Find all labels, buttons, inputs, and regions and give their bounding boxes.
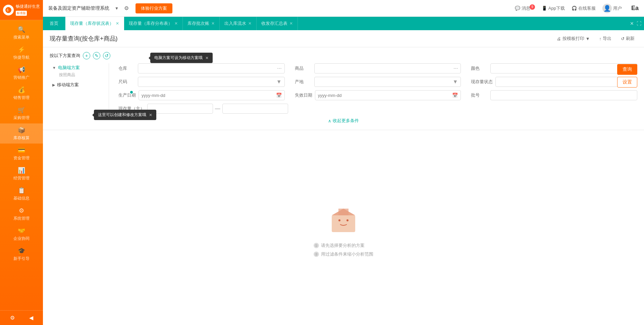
inventory-icon: 📦	[18, 126, 25, 134]
tooltip-1-close[interactable]: ✕	[205, 56, 209, 60]
sidebar-item-label: 企业协同	[13, 236, 30, 241]
color-select[interactable]: ▼	[490, 63, 637, 73]
filter-edit-btn[interactable]: ✎	[93, 52, 100, 59]
batch-label: 批号	[471, 92, 488, 98]
sidebar-item-marketing[interactable]: 📢 营销推广	[0, 63, 43, 83]
sidebar-item-label: 基础信息	[13, 196, 30, 201]
print-dropdown-icon: ▼	[586, 36, 590, 41]
logo-icon: 6	[3, 5, 14, 15]
empty-tips: ① 请先选择要分析的方案 ② 用过滤条件来缩小分析范围	[314, 241, 373, 259]
batch-input[interactable]	[490, 90, 637, 100]
tooltip-2-close[interactable]: ✕	[149, 113, 152, 117]
scheme-arrow-mobile: ▶	[52, 83, 55, 87]
svg-rect-2	[332, 215, 355, 232]
origin-select[interactable]: ▼	[314, 77, 461, 87]
sidebar-item-basic[interactable]: 📋 基础信息	[0, 184, 43, 204]
filter-refresh-btn[interactable]: ↺	[103, 52, 110, 59]
empty-tip-2: ② 用过滤条件来缩小分析范围	[314, 250, 373, 259]
chevron-down-icon: ▼	[115, 6, 119, 11]
experience-btn[interactable]: 体验行业方案	[136, 3, 172, 13]
produce-date-calendar-icon[interactable]: 📅	[276, 93, 282, 98]
sidebar-item-quick-nav[interactable]: ⚡ 快捷导航	[0, 43, 43, 63]
tab-collect-send[interactable]: 收发存汇总表 ✕	[257, 17, 298, 30]
online-support-btn[interactable]: 🎧 在线客服	[572, 5, 596, 11]
tab-inout-flow[interactable]: 出入库流水 ✕	[220, 17, 257, 30]
stock-amount-min[interactable]	[147, 104, 213, 114]
sidebar-item-guide[interactable]: 🎓 新手引导	[0, 244, 43, 264]
stock-amount-range: —	[147, 104, 288, 114]
print-btn[interactable]: 🖨 按模板打印 ▼	[554, 34, 593, 43]
sidebar-item-label: 搜索菜单	[13, 35, 30, 40]
scheme-item-pc[interactable]: ▼ 电脑端方案	[52, 63, 99, 72]
sidebar-item-system[interactable]: ⚙ 系统管理	[0, 204, 43, 224]
tab-batch-ledger-close[interactable]: ✕	[211, 21, 215, 26]
messages-label: 消息	[522, 5, 530, 11]
tab-home[interactable]: 首页	[43, 17, 65, 30]
collapse-sidebar-icon[interactable]: ◀	[29, 315, 33, 321]
stock-amount-max[interactable]	[222, 104, 288, 114]
goods-input[interactable]: ···	[314, 63, 461, 73]
scheme-tree: ▼ 电脑端方案 按照商品 ▶ 移动端方案	[52, 63, 99, 115]
expire-date-input[interactable]: 📅	[315, 90, 461, 100]
expire-date-field[interactable]	[318, 93, 451, 98]
settings-bottom-icon[interactable]: ⚙	[10, 315, 15, 321]
tabbar-close-icon[interactable]: ✕	[630, 21, 634, 26]
scheme-label-pc: 电脑端方案	[58, 65, 80, 71]
tab-inventory-dist[interactable]: 现存量（库存分布表） ✕	[124, 17, 183, 30]
sidebar-item-operations[interactable]: 📊 经营管理	[0, 164, 43, 184]
tabbar-expand-icon[interactable]: ⛶	[637, 21, 641, 26]
sidebar-item-inventory[interactable]: 📦 库存核算	[0, 123, 43, 144]
stock-status-select[interactable]: ▼	[495, 77, 637, 87]
sidebar-item-finance[interactable]: 💳 资金管理	[0, 144, 43, 164]
sidebar-item-label: 资金管理	[13, 155, 30, 161]
tab-inventory-status-label: 现存量（库存状况表）	[70, 20, 114, 26]
refresh-label: 刷新	[626, 36, 635, 42]
produce-date-field[interactable]	[142, 93, 275, 98]
empty-tip-2-text: 用过滤条件来缩小分析范围	[321, 250, 373, 259]
tab-inout-flow-close[interactable]: ✕	[248, 21, 252, 26]
size-select[interactable]: ▼	[138, 77, 285, 87]
messages-btn[interactable]: 💬 消息 9	[515, 5, 535, 11]
app-download-btn[interactable]: 📱 App下载	[542, 5, 565, 11]
refresh-btn[interactable]: ↺ 刷新	[618, 34, 637, 43]
tab-batch-ledger[interactable]: 库存批次账 ✕	[183, 17, 220, 30]
sidebar-item-search-menu[interactable]: 🔍 搜索菜单	[0, 23, 43, 43]
sidebar-bottom: ⚙ ◀	[0, 310, 43, 325]
edit-icon: ✎	[95, 53, 99, 58]
ea-text: Ea	[631, 5, 639, 12]
tab-inventory-status[interactable]: 现存量（库存状况表） ✕	[65, 17, 124, 30]
expire-date-calendar-icon[interactable]: 📅	[452, 93, 458, 98]
system-dropdown[interactable]: ▼	[115, 6, 119, 11]
export-icon: ↑	[599, 36, 602, 41]
search-menu-icon: 🔍	[18, 26, 25, 33]
enterprise-icon: 🤝	[18, 227, 25, 234]
tabbar-actions: ✕ ⛶	[630, 21, 644, 26]
main-content: 装备及固定资产辅助管理系统 ▼ ⚙ 体验行业方案 💬 消息 9 📱 App下载 …	[43, 0, 644, 325]
export-btn[interactable]: ↑ 导出	[597, 34, 614, 43]
tab-collect-send-close[interactable]: ✕	[289, 21, 293, 26]
warehouse-label: 仓库	[118, 65, 135, 71]
query-btn[interactable]: 查询	[617, 64, 637, 75]
reset-btn[interactable]: 设置	[617, 77, 637, 88]
tip-num-1: ①	[314, 243, 319, 248]
sidebar-item-label: 营销推广	[13, 75, 30, 80]
dot-indicator-1	[129, 90, 133, 94]
sidebar-item-sales[interactable]: 💰 销售管理	[0, 83, 43, 103]
sidebar-item-enterprise[interactable]: 🤝 企业协同	[0, 224, 43, 244]
scheme-item-mobile[interactable]: ▶ 移动端方案	[52, 80, 99, 89]
svg-rect-4	[338, 209, 348, 215]
topbar-settings-icon[interactable]: ⚙	[124, 5, 129, 11]
filter-row-origin: 产地 ▼	[295, 77, 461, 87]
tab-inventory-status-close[interactable]: ✕	[116, 21, 119, 26]
sidebar-item-purchase[interactable]: 🛒 采购管理	[0, 103, 43, 123]
filter-add-btn[interactable]: +	[83, 52, 90, 59]
tab-inventory-dist-close[interactable]: ✕	[174, 21, 178, 26]
user-btn[interactable]: 👤 用户	[602, 4, 622, 13]
filter-header: 按以下方案查询 + ✎ ↺	[50, 52, 637, 59]
size-chevron: ▼	[276, 79, 282, 85]
sales-icon: 💰	[18, 86, 25, 94]
warehouse-input[interactable]: ···	[138, 63, 285, 73]
size-label: 尺码	[118, 79, 135, 85]
scheme-sub-item: 按照商品	[52, 72, 99, 78]
produce-date-input[interactable]: 📅	[139, 90, 285, 100]
